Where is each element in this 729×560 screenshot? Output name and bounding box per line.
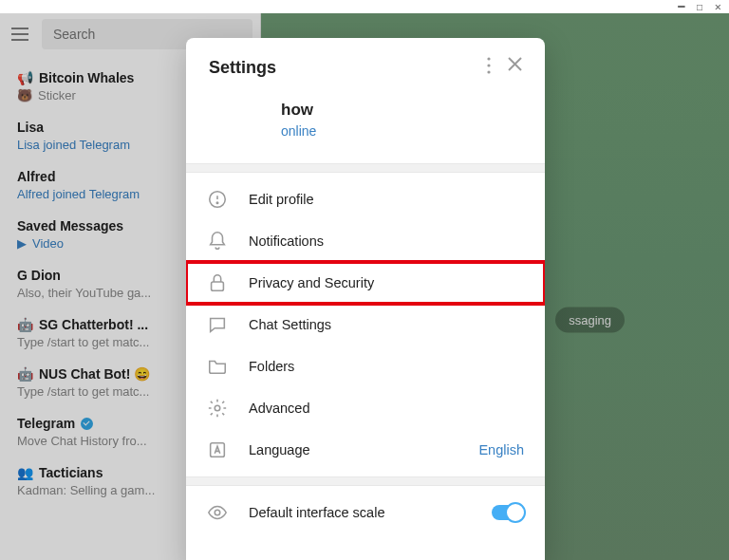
settings-item-language[interactable]: LanguageEnglish — [186, 429, 545, 471]
settings-item-label: Notifications — [249, 233, 524, 249]
settings-item-privacy[interactable]: Privacy and Security — [186, 262, 545, 304]
svg-point-5 — [487, 70, 490, 73]
settings-item-value: English — [478, 442, 524, 457]
svg-rect-11 — [212, 282, 224, 290]
minimize-button[interactable]: ━ — [678, 0, 684, 13]
settings-item-label: Chat Settings — [249, 317, 524, 332]
svg-point-4 — [487, 64, 490, 66]
interface-scale-label: Default interface scale — [249, 505, 471, 520]
svg-point-3 — [487, 57, 490, 60]
settings-item-label: Edit profile — [249, 192, 524, 207]
advanced-icon — [207, 398, 228, 419]
svg-point-12 — [215, 405, 220, 411]
svg-point-14 — [215, 510, 220, 515]
close-icon[interactable] — [508, 57, 522, 78]
settings-title: Settings — [209, 58, 487, 78]
interface-scale-row[interactable]: Default interface scale — [186, 492, 545, 533]
close-window-button[interactable]: ✕ — [715, 0, 721, 13]
settings-item-advanced[interactable]: Advanced — [186, 387, 545, 429]
chat-settings-icon — [207, 314, 228, 335]
settings-item-edit-profile[interactable]: Edit profile — [186, 178, 545, 220]
folders-icon — [207, 356, 228, 377]
settings-modal: Settings how online Edit profileNotifica… — [186, 38, 545, 560]
divider — [186, 476, 545, 486]
privacy-icon — [207, 272, 228, 293]
settings-item-label: Folders — [249, 359, 524, 374]
profile-name: how — [281, 101, 522, 120]
interface-scale-toggle[interactable] — [492, 505, 524, 520]
maximize-button[interactable]: ☐ — [697, 0, 703, 13]
notifications-icon — [207, 231, 228, 252]
profile-section[interactable]: how online — [186, 91, 545, 163]
language-icon — [207, 439, 228, 460]
more-icon[interactable] — [487, 57, 491, 78]
eye-icon — [207, 502, 228, 523]
edit-profile-icon — [207, 189, 228, 210]
settings-item-folders[interactable]: Folders — [186, 345, 545, 387]
profile-status: online — [281, 123, 522, 139]
svg-point-10 — [216, 202, 217, 203]
settings-item-label: Language — [249, 442, 458, 457]
settings-item-label: Privacy and Security — [249, 275, 524, 290]
settings-item-notifications[interactable]: Notifications — [186, 220, 545, 262]
settings-item-label: Advanced — [249, 401, 524, 416]
settings-item-chat-settings[interactable]: Chat Settings — [186, 304, 545, 345]
divider — [186, 163, 545, 173]
